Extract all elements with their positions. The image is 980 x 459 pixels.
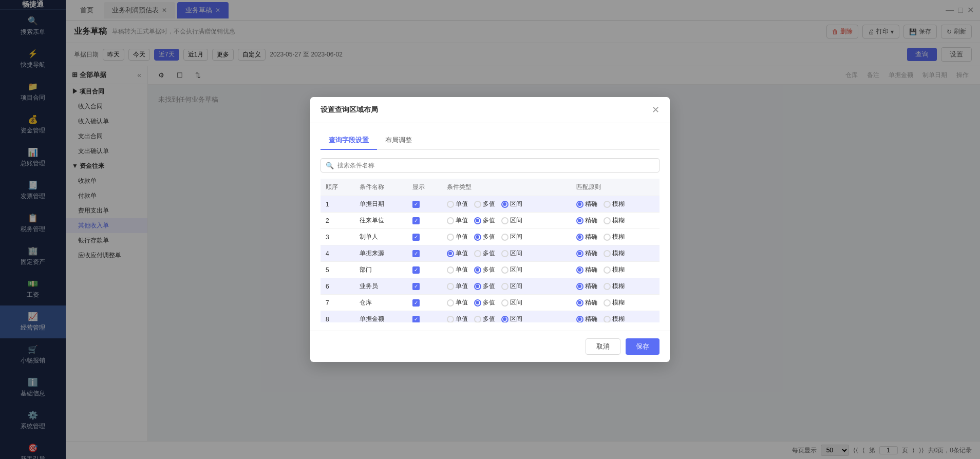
radio-type-multi[interactable]: 多值 (474, 315, 495, 322)
radio-type-range[interactable]: 区间 (501, 265, 522, 274)
dialog-footer: 取消 保存 (310, 331, 670, 362)
radio-type-range[interactable]: 区间 (501, 282, 522, 291)
show-checkbox[interactable]: ✓ (412, 217, 420, 224)
cell-name: 仓库 (354, 295, 407, 311)
radio-match-fuzzy[interactable]: 模糊 (604, 216, 625, 225)
table-row: 6业务员✓单值多值区间精确模糊 (321, 278, 659, 295)
show-checkbox[interactable]: ✓ (412, 201, 420, 208)
radio-match-exact[interactable]: 精确 (576, 298, 597, 307)
th-type: 条件类型 (442, 179, 571, 196)
radio-type-multi[interactable]: 多值 (474, 216, 495, 225)
cell-type: 单值多值区间 (442, 196, 571, 213)
table-row: 8单据金额✓单值多值区间精确模糊 (321, 311, 659, 323)
radio-type-single[interactable]: 单值 (447, 265, 468, 274)
cell-show: ✓ (407, 278, 441, 295)
radio-type-range[interactable]: 区间 (501, 298, 522, 307)
cell-match: 精确模糊 (571, 311, 659, 323)
radio-match-exact[interactable]: 精确 (576, 249, 597, 258)
modal-overlay[interactable]: 设置查询区域布局 ✕ 查询字段设置 布局调整 🔍 顺序 (0, 0, 980, 459)
dialog-title: 设置查询区域布局 (321, 105, 378, 114)
radio-type-single[interactable]: 单值 (447, 233, 468, 241)
dialog-table: 顺序 条件名称 显示 条件类型 匹配原则 1单据日期✓单值多值区间精确模糊2往来… (321, 179, 659, 322)
radio-type-range[interactable]: 区间 (501, 233, 522, 241)
radio-type-multi[interactable]: 多值 (474, 233, 495, 241)
radio-type-multi[interactable]: 多值 (474, 298, 495, 307)
dialog-tab-layout[interactable]: 布局调整 (377, 131, 420, 150)
cell-match: 精确模糊 (571, 295, 659, 311)
table-row: 7仓库✓单值多值区间精确模糊 (321, 295, 659, 311)
cell-type: 单值多值区间 (442, 311, 571, 323)
radio-type-range[interactable]: 区间 (501, 249, 522, 258)
save-dialog-button[interactable]: 保存 (626, 338, 659, 355)
radio-type-single[interactable]: 单值 (447, 249, 468, 258)
search-box-icon: 🔍 (326, 162, 334, 169)
radio-type-range[interactable]: 区间 (501, 200, 522, 208)
cell-type: 单值多值区间 (442, 229, 571, 245)
radio-match-fuzzy[interactable]: 模糊 (604, 315, 625, 322)
cell-show: ✓ (407, 196, 441, 213)
radio-match-exact[interactable]: 精确 (576, 216, 597, 225)
show-checkbox[interactable]: ✓ (412, 250, 420, 257)
show-checkbox[interactable]: ✓ (412, 283, 420, 290)
show-checkbox[interactable]: ✓ (412, 316, 420, 323)
dialog-tab-fields[interactable]: 查询字段设置 (321, 131, 377, 150)
th-name: 条件名称 (354, 179, 407, 196)
cell-show: ✓ (407, 213, 441, 229)
cell-order: 3 (321, 229, 354, 245)
radio-type-single[interactable]: 单值 (447, 315, 468, 322)
radio-type-multi[interactable]: 多值 (474, 282, 495, 291)
radio-match-fuzzy[interactable]: 模糊 (604, 265, 625, 274)
condition-search-input[interactable] (321, 158, 659, 173)
radio-type-single[interactable]: 单值 (447, 200, 468, 208)
cell-name: 业务员 (354, 278, 407, 295)
settings-dialog: 设置查询区域布局 ✕ 查询字段设置 布局调整 🔍 顺序 (310, 97, 670, 362)
radio-type-single[interactable]: 单值 (447, 282, 468, 291)
cell-order: 7 (321, 295, 354, 311)
radio-type-single[interactable]: 单值 (447, 216, 468, 225)
cell-type: 单值多值区间 (442, 213, 571, 229)
table-row: 2往来单位✓单值多值区间精确模糊 (321, 213, 659, 229)
radio-type-single[interactable]: 单值 (447, 298, 468, 307)
cell-type: 单值多值区间 (442, 245, 571, 262)
cancel-button[interactable]: 取消 (586, 338, 620, 355)
radio-match-exact[interactable]: 精确 (576, 265, 597, 274)
th-match: 匹配原则 (571, 179, 659, 196)
radio-match-exact[interactable]: 精确 (576, 315, 597, 322)
radio-type-multi[interactable]: 多值 (474, 265, 495, 274)
radio-match-fuzzy[interactable]: 模糊 (604, 233, 625, 241)
cell-match: 精确模糊 (571, 229, 659, 245)
radio-type-multi[interactable]: 多值 (474, 200, 495, 208)
cell-name: 单据来源 (354, 245, 407, 262)
cell-order: 6 (321, 278, 354, 295)
dialog-close-button[interactable]: ✕ (652, 104, 659, 116)
cell-show: ✓ (407, 262, 441, 278)
show-checkbox[interactable]: ✓ (412, 266, 420, 274)
cell-name: 单据金额 (354, 311, 407, 323)
radio-match-fuzzy[interactable]: 模糊 (604, 200, 625, 208)
search-box: 🔍 (321, 158, 659, 173)
radio-match-fuzzy[interactable]: 模糊 (604, 282, 625, 291)
show-checkbox[interactable]: ✓ (412, 234, 420, 241)
table-row: 3制单人✓单值多值区间精确模糊 (321, 229, 659, 245)
th-show: 显示 (407, 179, 441, 196)
radio-match-exact[interactable]: 精确 (576, 200, 597, 208)
radio-type-range[interactable]: 区间 (501, 216, 522, 225)
radio-match-fuzzy[interactable]: 模糊 (604, 249, 625, 258)
cell-order: 5 (321, 262, 354, 278)
radio-match-fuzzy[interactable]: 模糊 (604, 298, 625, 307)
table-header-row: 顺序 条件名称 显示 条件类型 匹配原则 (321, 179, 659, 196)
table-row: 1单据日期✓单值多值区间精确模糊 (321, 196, 659, 213)
radio-match-exact[interactable]: 精确 (576, 233, 597, 241)
cell-order: 4 (321, 245, 354, 262)
show-checkbox[interactable]: ✓ (412, 299, 420, 307)
cell-name: 部门 (354, 262, 407, 278)
cell-type: 单值多值区间 (442, 262, 571, 278)
cell-show: ✓ (407, 295, 441, 311)
radio-match-exact[interactable]: 精确 (576, 282, 597, 291)
radio-type-range[interactable]: 区间 (501, 315, 522, 322)
dialog-table-scroll: 顺序 条件名称 显示 条件类型 匹配原则 1单据日期✓单值多值区间精确模糊2往来… (321, 179, 659, 322)
table-row: 4单据来源✓单值多值区间精确模糊 (321, 245, 659, 262)
radio-type-multi[interactable]: 多值 (474, 249, 495, 258)
cell-match: 精确模糊 (571, 262, 659, 278)
cell-match: 精确模糊 (571, 196, 659, 213)
